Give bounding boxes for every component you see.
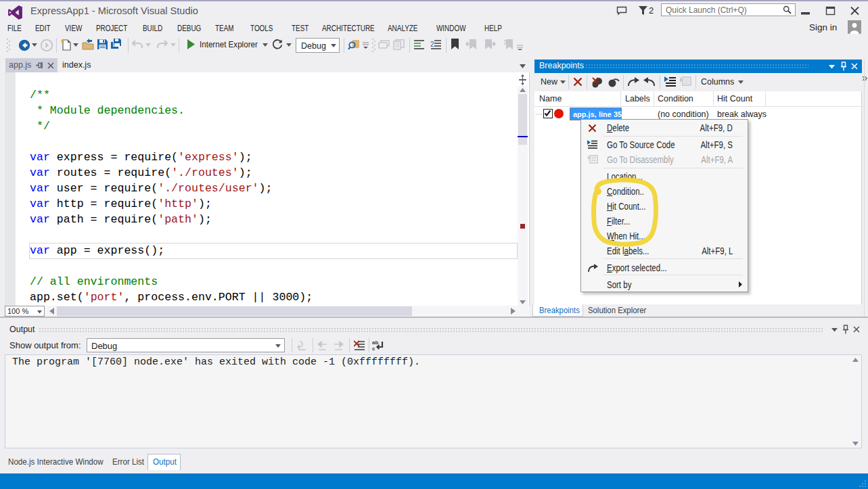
svg-text:ab: ab (372, 340, 378, 346)
svg-text:2: 2 (430, 41, 434, 48)
svg-text:c: c (372, 346, 375, 351)
